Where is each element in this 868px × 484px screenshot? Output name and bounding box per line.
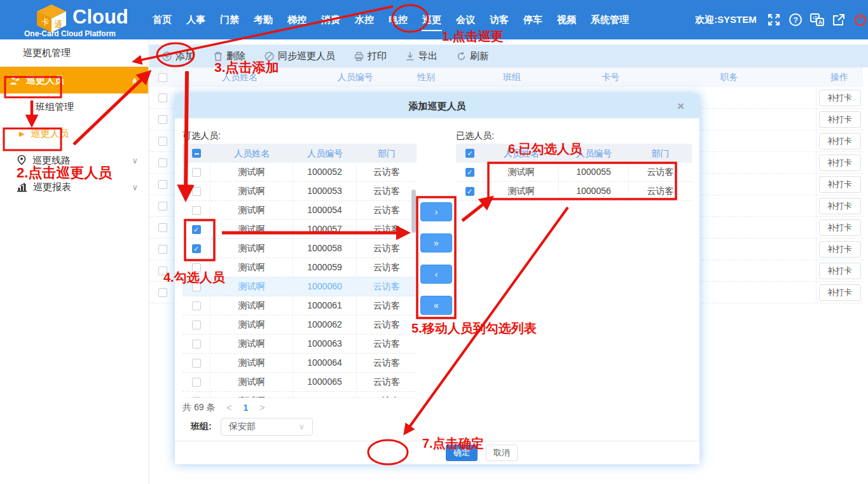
transfer-button[interactable]: « xyxy=(420,296,452,315)
prev-page-icon[interactable]: < xyxy=(226,403,231,413)
transfer-button[interactable]: » xyxy=(420,233,452,252)
sync-button[interactable]: 同步巡更人员 xyxy=(265,50,335,62)
row-checkbox[interactable] xyxy=(158,180,167,189)
row-checkbox[interactable] xyxy=(192,206,201,215)
nav-item[interactable]: 电控 xyxy=(387,11,409,29)
add-button[interactable]: 添加 xyxy=(162,50,195,62)
patch-card-button[interactable]: 补打卡 xyxy=(819,133,861,149)
patch-card-button[interactable]: 补打卡 xyxy=(819,176,861,193)
row-checkbox[interactable] xyxy=(465,168,474,177)
available-row[interactable]: 测试啊 1000052 云访客 xyxy=(183,163,417,182)
nav-item[interactable]: 考勤 xyxy=(252,11,274,29)
row-checkbox[interactable] xyxy=(158,93,167,102)
patch-card-button[interactable]: 补打卡 xyxy=(819,241,861,258)
fullscreen-icon[interactable] xyxy=(766,12,782,27)
row-checkbox[interactable] xyxy=(192,282,201,291)
next-page-icon[interactable]: > xyxy=(259,403,265,413)
row-checkbox[interactable] xyxy=(192,225,201,234)
nav-item[interactable]: 消费 xyxy=(320,11,341,29)
row-checkbox[interactable] xyxy=(158,115,167,124)
row-checkbox[interactable] xyxy=(192,263,201,272)
row-checkbox[interactable] xyxy=(158,158,167,167)
row-checkbox[interactable] xyxy=(465,187,474,196)
selected-row[interactable]: 测试啊 1000055 云访客 xyxy=(456,163,692,182)
row-checkbox[interactable] xyxy=(158,202,167,211)
nav-item[interactable]: 访客 xyxy=(488,11,510,29)
team-select[interactable]: 保安部 ∨ xyxy=(221,418,313,436)
patch-card-button[interactable]: 补打卡 xyxy=(819,155,861,171)
nav-item[interactable]: 停车 xyxy=(522,11,544,29)
patch-card-button[interactable]: 补打卡 xyxy=(819,90,861,106)
available-row[interactable]: 测试啊 1000065 云访客 xyxy=(183,373,417,392)
available-select-all-checkbox[interactable] xyxy=(192,149,201,158)
available-row[interactable]: 测试啊 1000057 云访客 xyxy=(183,220,417,239)
transfer-button[interactable]: › xyxy=(420,202,452,221)
sidebar-item-patrol-route[interactable]: 巡更线路 ∨ xyxy=(0,147,148,174)
available-row[interactable]: 测试啊 1000054 云访客 xyxy=(183,201,417,220)
nav-item[interactable]: 人事 xyxy=(185,11,207,29)
nav-item[interactable]: 水控 xyxy=(354,11,375,29)
selected-select-all-checkbox[interactable] xyxy=(465,149,474,158)
patch-card-button[interactable]: 补打卡 xyxy=(819,263,861,279)
cancel-button[interactable]: 取消 xyxy=(486,445,518,461)
brand-name: Cloud xyxy=(72,4,128,31)
row-checkbox[interactable] xyxy=(158,223,167,232)
row-checkbox[interactable] xyxy=(192,168,201,177)
sidebar-item-team-mgmt[interactable]: 班组管理 xyxy=(0,93,148,120)
ok-button[interactable]: 确定 xyxy=(446,445,478,461)
row-checkbox[interactable] xyxy=(192,321,201,329)
available-row[interactable]: 测试啊 1000062 云访客 xyxy=(183,315,417,335)
available-row[interactable]: 测试啊 1000053 云访客 xyxy=(183,182,417,201)
export-button[interactable]: 导出 xyxy=(406,50,437,62)
row-checkbox[interactable] xyxy=(192,397,201,399)
available-row[interactable]: 测试啊 1000063 云访客 xyxy=(183,335,417,354)
available-row[interactable]: 测试啊 1000059 云访客 xyxy=(183,258,417,277)
sidebar-item-patrol-person-sub[interactable]: ▶ 巡更人员 xyxy=(0,120,148,147)
triangle-right-icon: ▶ xyxy=(19,130,24,138)
svg-text:通: 通 xyxy=(54,20,62,29)
sidebar-item-machine-mgmt[interactable]: 巡更机管理 xyxy=(0,39,148,67)
select-all-checkbox[interactable] xyxy=(158,73,167,82)
power-icon[interactable] xyxy=(853,12,868,27)
print-button[interactable]: 打印 xyxy=(354,50,387,62)
nav-item[interactable]: 巡更 xyxy=(421,11,443,29)
transfer-button[interactable]: ‹ xyxy=(420,265,452,284)
row-checkbox[interactable] xyxy=(192,301,201,310)
row-checkbox[interactable] xyxy=(158,266,167,275)
row-checkbox[interactable] xyxy=(158,245,167,254)
help-icon[interactable]: ? xyxy=(788,12,803,27)
row-checkbox[interactable] xyxy=(192,340,201,349)
nav-item[interactable]: 视频 xyxy=(556,11,577,29)
patch-card-button[interactable]: 补打卡 xyxy=(819,198,861,214)
chevron-down-icon: ∨ xyxy=(132,156,138,165)
row-checkbox[interactable] xyxy=(158,137,167,146)
sidebar-item-patrol-person-parent[interactable]: 巡更人员 ∧ xyxy=(0,67,148,93)
patch-card-button[interactable]: 补打卡 xyxy=(819,111,861,128)
available-row[interactable]: 测试啊 1000060 云访客 xyxy=(183,277,417,296)
scrollbar-thumb[interactable] xyxy=(411,190,416,233)
row-checkbox[interactable] xyxy=(158,288,167,297)
patch-card-button[interactable]: 补打卡 xyxy=(819,284,861,301)
available-row[interactable]: 测试啊 1000061 云访客 xyxy=(183,296,417,315)
delete-button[interactable]: 删除 xyxy=(214,50,245,62)
external-link-icon[interactable] xyxy=(831,12,846,27)
row-checkbox[interactable] xyxy=(192,359,201,368)
patch-card-button[interactable]: 补打卡 xyxy=(819,219,861,236)
row-checkbox[interactable] xyxy=(192,187,201,196)
refresh-button[interactable]: 刷新 xyxy=(457,50,489,62)
sidebar-item-patrol-report[interactable]: 巡更报表 ∨ xyxy=(0,174,148,200)
nav-item[interactable]: 系统管理 xyxy=(589,11,630,29)
available-row[interactable]: 测试啊 1000064 云访客 xyxy=(183,354,417,373)
nav-item[interactable]: 会议 xyxy=(455,11,476,29)
translate-icon[interactable]: 中 A xyxy=(809,12,825,27)
row-checkbox[interactable] xyxy=(192,244,201,253)
nav-item[interactable]: 门禁 xyxy=(219,11,240,29)
nav-item[interactable]: 首页 xyxy=(151,11,173,29)
row-checkbox[interactable] xyxy=(192,378,201,387)
selected-row[interactable]: 测试啊 1000056 云访客 xyxy=(456,182,692,201)
nav-item[interactable]: 梯控 xyxy=(286,11,308,29)
current-page[interactable]: 1 xyxy=(244,403,249,413)
available-row[interactable]: 测试啊 1000066 云访客 xyxy=(183,392,417,398)
close-icon[interactable]: × xyxy=(677,99,684,113)
available-row[interactable]: 测试啊 1000058 云访客 xyxy=(183,239,417,258)
